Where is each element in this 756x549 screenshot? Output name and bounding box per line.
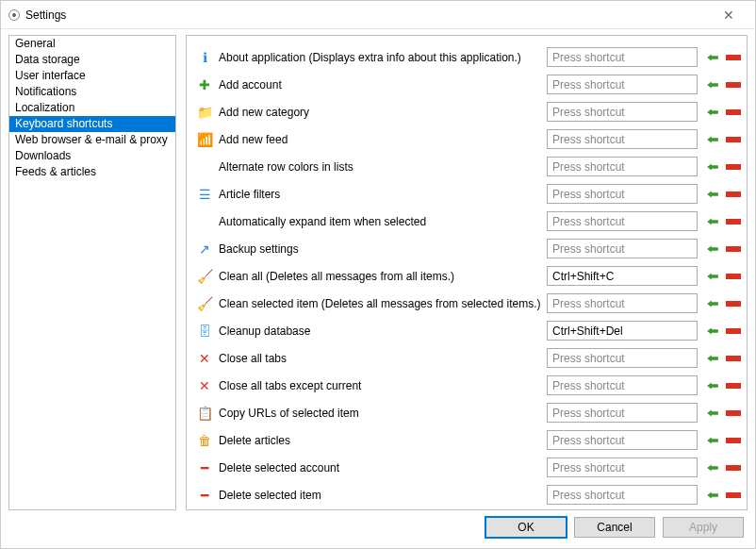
clear-shortcut-icon[interactable] (726, 109, 741, 115)
close-button[interactable]: ✕ (710, 8, 748, 23)
clear-shortcut-icon[interactable] (726, 438, 741, 443)
shortcut-row: ✕Close all tabs except current (196, 372, 741, 399)
reset-shortcut-icon[interactable] (705, 434, 720, 447)
reset-shortcut-icon[interactable] (705, 215, 720, 228)
clear-shortcut-icon[interactable] (726, 356, 741, 361)
shortcut-input[interactable] (547, 157, 698, 176)
sidebar-item-data-storage[interactable]: Data storage (9, 52, 175, 68)
reset-shortcut-icon[interactable] (705, 51, 720, 64)
clear-shortcut-icon[interactable] (726, 410, 741, 416)
shortcut-label: Alternate row colors in lists (219, 160, 541, 174)
shortcut-input[interactable] (547, 102, 698, 122)
shortcut-label: Delete selected account (219, 461, 541, 474)
reset-shortcut-icon[interactable] (705, 133, 720, 146)
shortcut-input[interactable] (547, 239, 698, 258)
shortcut-row: ✕Close all tabs (196, 344, 741, 372)
clear-shortcut-icon[interactable] (726, 328, 741, 334)
shortcut-input[interactable] (547, 485, 698, 505)
reset-shortcut-icon[interactable] (705, 489, 720, 502)
shortcut-input[interactable] (547, 47, 698, 67)
shortcut-input[interactable] (547, 75, 698, 94)
reset-shortcut-icon[interactable] (705, 352, 720, 365)
clear-shortcut-icon[interactable] (726, 164, 741, 170)
shortcut-label: About application (Displays extra info a… (219, 51, 541, 64)
broom-icon: 🧹 (196, 269, 213, 284)
x-icon: ✕ (196, 378, 213, 393)
shortcut-row: 🧹Clean selected item (Deletes all messag… (196, 290, 741, 317)
shortcut-input[interactable] (547, 129, 698, 149)
window-title: Settings (25, 8, 710, 22)
clear-shortcut-icon[interactable] (726, 191, 741, 197)
sidebar-item-general[interactable]: General (9, 36, 175, 52)
shortcut-row: ✚Add account (196, 71, 741, 98)
minus-icon: ━ (196, 488, 213, 503)
shortcut-row: ℹAbout application (Displays extra info … (196, 43, 741, 71)
shortcut-input[interactable] (547, 403, 698, 423)
shortcut-input[interactable] (547, 375, 698, 395)
shortcut-label: Add new feed (219, 133, 541, 146)
reset-shortcut-icon[interactable] (705, 461, 720, 474)
blank-icon (196, 214, 213, 229)
sidebar-item-localization[interactable]: Localization (9, 100, 175, 116)
reset-shortcut-icon[interactable] (705, 379, 720, 392)
reset-shortcut-icon[interactable] (705, 297, 720, 310)
shortcut-row: ━Delete selected item (196, 481, 741, 508)
reset-shortcut-icon[interactable] (705, 188, 720, 201)
reset-shortcut-icon[interactable] (705, 407, 720, 420)
shortcut-input[interactable] (547, 293, 698, 313)
clear-shortcut-icon[interactable] (726, 82, 741, 88)
broom-icon: 🧹 (196, 296, 213, 311)
reset-shortcut-icon[interactable] (705, 324, 720, 338)
clear-shortcut-icon[interactable] (726, 465, 741, 471)
shortcut-input[interactable] (547, 184, 698, 204)
shortcut-label: Backup settings (219, 242, 541, 256)
clear-shortcut-icon[interactable] (726, 492, 741, 498)
clear-shortcut-icon[interactable] (726, 137, 741, 142)
info-icon: ℹ (196, 50, 213, 65)
reset-shortcut-icon[interactable] (705, 160, 720, 174)
sidebar-item-user-interface[interactable]: User interface (9, 68, 175, 84)
reset-shortcut-icon[interactable] (705, 242, 720, 256)
shortcut-label: Delete selected item (219, 489, 541, 502)
clear-shortcut-icon[interactable] (726, 383, 741, 389)
settings-sidebar: GeneralData storageUser interfaceNotific… (8, 35, 176, 510)
clear-shortcut-icon[interactable] (726, 55, 741, 60)
shortcut-input[interactable] (547, 266, 698, 286)
shortcut-input[interactable] (547, 458, 698, 477)
sidebar-item-feeds-articles[interactable]: Feeds & articles (9, 164, 175, 180)
clear-shortcut-icon[interactable] (726, 301, 741, 307)
shortcuts-panel: ℹAbout application (Displays extra info … (186, 35, 748, 510)
shortcut-label: Delete articles (219, 434, 541, 447)
clear-shortcut-icon[interactable] (726, 274, 741, 279)
shortcut-row: ━Delete selected account (196, 454, 741, 481)
clear-shortcut-icon[interactable] (726, 219, 741, 225)
shortcut-row: Automatically expand item when selected (196, 208, 741, 235)
sidebar-item-keyboard-shortcuts[interactable]: Keyboard shortcuts (9, 116, 175, 132)
apply-button[interactable]: Apply (663, 517, 744, 538)
reset-shortcut-icon[interactable] (705, 270, 720, 283)
folder-icon: 📁 (196, 105, 213, 120)
shortcut-input[interactable] (547, 430, 698, 450)
sidebar-item-downloads[interactable]: Downloads (9, 148, 175, 164)
clear-shortcut-icon[interactable] (726, 246, 741, 252)
cancel-button[interactable]: Cancel (574, 517, 655, 538)
sidebar-item-web-browser-e-mail-proxy[interactable]: Web browser & e-mail & proxy (9, 132, 175, 148)
shortcut-row: 📶Add new feed (196, 125, 741, 153)
shortcut-row: ☰Article filters (196, 180, 741, 208)
copy-icon: 📋 (196, 406, 213, 421)
shortcut-label: Cleanup database (219, 324, 541, 338)
reset-shortcut-icon[interactable] (705, 78, 720, 92)
shortcut-row: 📁Add new category (196, 98, 741, 125)
app-icon (8, 9, 20, 21)
ok-button[interactable]: OK (485, 517, 567, 538)
minus-icon: ━ (196, 460, 213, 475)
reset-shortcut-icon[interactable] (705, 106, 720, 119)
shortcut-label: Add new category (219, 106, 541, 119)
shortcut-input[interactable] (547, 321, 698, 341)
shortcut-input[interactable] (547, 348, 698, 368)
share-icon: ↗ (196, 241, 213, 257)
shortcut-input[interactable] (547, 211, 698, 231)
rss-icon: 📶 (196, 132, 213, 147)
shortcut-row: 🧹Clean all (Deletes all messages from al… (196, 262, 741, 290)
sidebar-item-notifications[interactable]: Notifications (9, 84, 175, 100)
